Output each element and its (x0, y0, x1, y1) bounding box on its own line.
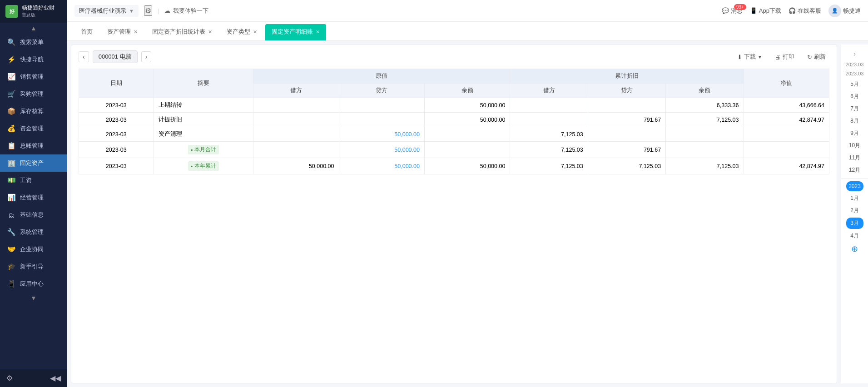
acc-debit-cell: 7,125.03 (510, 142, 588, 158)
main-panel: ‹ 000001 电脑 › ⬇ 下载 ▼ 🖨 打印 ↻ (71, 45, 837, 383)
orig-credit-cell (339, 113, 424, 127)
avatar: 👤 (828, 5, 841, 17)
experience-button[interactable]: ☁ 我要体验一下 (164, 7, 208, 15)
refresh-button[interactable]: ↻ 刷新 (804, 51, 829, 63)
date-nav-month-3-active[interactable]: 3月 (846, 218, 863, 229)
sidebar-item-payroll[interactable]: 💵 工资 (0, 172, 67, 189)
summary-cell: 上期结转 (154, 98, 253, 113)
messages-button[interactable]: 💬 消息 99+ (722, 7, 743, 15)
orig-balance-cell (424, 142, 510, 158)
sidebar-item-label: 总账管理 (20, 142, 44, 150)
tab-depreciation[interactable]: 固定资产折旧统计表 ✕ (146, 24, 218, 40)
next-asset-button[interactable]: › (141, 51, 152, 62)
quick-nav-icon: ⚡ (7, 55, 15, 64)
print-icon: 🖨 (775, 54, 781, 60)
sidebar-item-label: 固定资产 (20, 159, 44, 167)
sidebar-item-ledger[interactable]: 📋 总账管理 (0, 137, 67, 154)
net-value-cell: 42,874.97 (744, 158, 829, 174)
summary-cell: 资产清理 (154, 127, 253, 142)
tab-asset-mgmt-close[interactable]: ✕ (134, 29, 138, 35)
tab-fixed-asset-detail[interactable]: 固定资产明细账 ✕ (265, 24, 326, 40)
sidebar-item-label: 资金管理 (20, 124, 44, 133)
col-acc-credit: 贷方 (588, 84, 665, 98)
print-button[interactable]: 🖨 打印 (771, 51, 798, 63)
settings-icon[interactable]: ⚙ (6, 374, 13, 382)
date-nav-month-12[interactable]: 12月 (841, 164, 868, 176)
tab-home-label: 首页 (81, 28, 93, 36)
acc-credit-cell: 791.67 (588, 113, 665, 127)
tab-depreciation-close[interactable]: ✕ (208, 29, 212, 35)
orig-debit-cell: 50,000.00 (253, 158, 339, 174)
acc-credit-cell (588, 98, 665, 113)
sidebar-item-search[interactable]: 🔍 搜索菜单 (0, 34, 67, 51)
chevron-down-icon: ▼ (758, 55, 762, 60)
date-nav-month-1[interactable]: 1月 (841, 192, 868, 204)
sidebar-item-system[interactable]: 🔧 系统管理 (0, 223, 67, 241)
acc-balance-cell (666, 142, 744, 158)
download-button[interactable]: ⬇ 下载 ▼ (734, 51, 766, 63)
prev-asset-button[interactable]: ‹ (79, 51, 89, 62)
sidebar-item-label: 快捷导航 (20, 55, 44, 64)
date-nav-month-6[interactable]: 6月 (841, 90, 868, 103)
sidebar-item-label: 基础信息 (20, 211, 44, 219)
sidebar-item-operations[interactable]: 📊 经营管理 (0, 189, 67, 206)
sidebar-item-purchase[interactable]: 🛒 采购管理 (0, 85, 67, 103)
tab-fixed-asset-detail-label: 固定资产明细账 (272, 28, 313, 36)
sidebar-item-fixed-assets[interactable]: 🏢 固定资产 (0, 154, 67, 172)
tab-asset-type[interactable]: 资产类型 ✕ (220, 24, 263, 40)
collapse-icon[interactable]: ◀◀ (50, 374, 61, 382)
date-nav-month-9[interactable]: 9月 (841, 127, 868, 139)
ledger-icon: 📋 (7, 142, 15, 150)
date-nav-month-2[interactable]: 2月 (841, 204, 868, 217)
topbar: 医疗器械行业演示 ▼ ⚙ | ☁ 我要体验一下 💬 消息 99+ 📱 App下载… (67, 0, 868, 22)
sidebar-item-funds[interactable]: 💰 资金管理 (0, 120, 67, 137)
date-nav-month-8[interactable]: 8月 (841, 115, 868, 127)
acc-balance-cell (666, 127, 744, 142)
acc-debit-cell (510, 98, 588, 113)
search-icon: 🔍 (7, 38, 15, 46)
sidebar-item-quick-nav[interactable]: ⚡ 快捷导航 (0, 51, 67, 68)
tab-asset-mgmt[interactable]: 资产管理 ✕ (101, 24, 144, 40)
tab-depreciation-label: 固定资产折旧统计表 (152, 28, 205, 36)
date-nav-month-10[interactable]: 10月 (841, 139, 868, 152)
tab-home[interactable]: 首页 (74, 24, 99, 40)
date-nav-expand[interactable]: ⊕ (849, 242, 860, 256)
date-cell: 2023-03 (79, 142, 154, 158)
sidebar-item-label: 经营管理 (20, 194, 44, 202)
messages-badge: 99+ (734, 4, 746, 10)
sidebar: 好 畅捷通好业财 普及版 ▲ 🔍 搜索菜单 ⚡ 快捷导航 📈 销售管理 🛒 采购… (0, 0, 67, 387)
sidebar-item-sales[interactable]: 📈 销售管理 (0, 68, 67, 85)
orig-credit-cell (339, 98, 424, 113)
sidebar-item-basic-info[interactable]: 🗂 基础信息 (0, 206, 67, 223)
settings-button[interactable]: ⚙ (144, 5, 152, 16)
date-nav-month-11[interactable]: 11月 (841, 152, 868, 164)
sidebar-item-label: 搜索菜单 (20, 38, 44, 46)
date-nav-month-5[interactable]: 5月 (841, 78, 868, 90)
tab-asset-mgmt-label: 资产管理 (107, 28, 131, 36)
company-selector[interactable]: 医疗器械行业演示 ▼ (74, 5, 139, 17)
basic-info-icon: 🗂 (7, 211, 15, 219)
sidebar-item-label: 系统管理 (20, 228, 44, 236)
fixed-assets-icon: 🏢 (7, 159, 15, 167)
user-menu[interactable]: 👤 畅捷通 (828, 5, 861, 17)
tab-fixed-asset-detail-close[interactable]: ✕ (316, 29, 320, 35)
sidebar-item-app-center[interactable]: 📱 应用中心 (0, 275, 67, 293)
date-navigator: › 2023.03 2023.03 5月 6月 7月 8月 9月 10月 11月… (841, 45, 868, 383)
sidebar-scroll-up[interactable]: ▲ (0, 23, 67, 34)
sidebar-item-inventory[interactable]: 📦 库存核算 (0, 103, 67, 120)
main-area: 医疗器械行业演示 ▼ ⚙ | ☁ 我要体验一下 💬 消息 99+ 📱 App下载… (67, 0, 868, 387)
customer-service-button[interactable]: 🎧 在线客服 (789, 7, 821, 15)
sidebar-item-guide[interactable]: 🎓 新手引导 (0, 258, 67, 275)
sidebar-item-cooperation[interactable]: 🤝 企业协同 (0, 241, 67, 258)
app-download-button[interactable]: 📱 App下载 (750, 7, 781, 15)
tab-asset-type-close[interactable]: ✕ (253, 29, 257, 35)
date-cell: 2023-03 (79, 158, 154, 174)
date-nav-year-2023[interactable]: 2023 (846, 181, 863, 191)
col-net-value: 净值 (744, 69, 829, 98)
date-nav-collapse[interactable]: › (852, 48, 858, 60)
acc-balance-cell: 7,125.03 (666, 158, 744, 174)
date-nav-month-7[interactable]: 7月 (841, 103, 868, 115)
date-nav-month-4[interactable]: 4月 (841, 230, 868, 242)
app-name: 畅捷通好业财 (22, 5, 55, 12)
sidebar-scroll-down[interactable]: ▼ (0, 293, 67, 303)
